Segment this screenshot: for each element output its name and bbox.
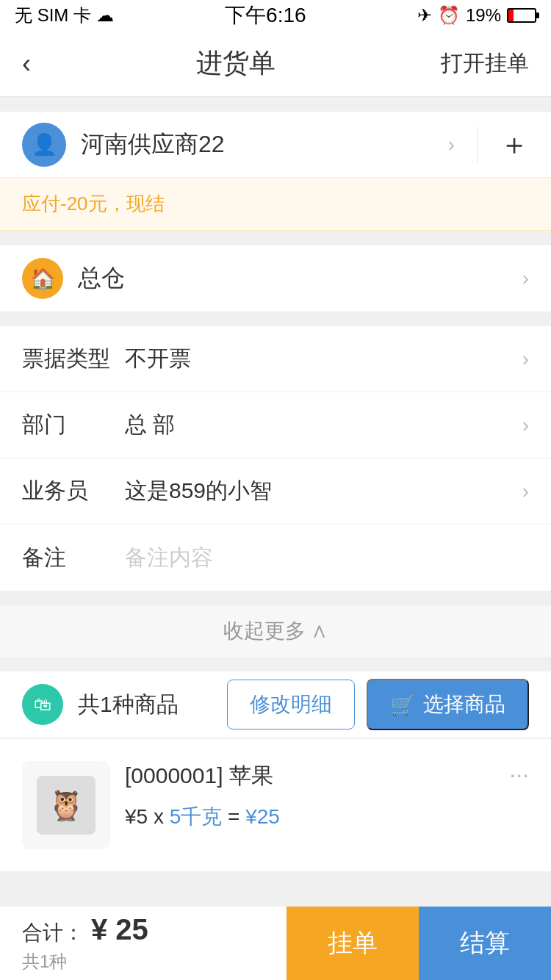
department-arrow-icon: › bbox=[522, 414, 529, 437]
notice-bar: 应付-20元，现结 bbox=[0, 178, 551, 231]
total-amount: ¥ 25 bbox=[91, 913, 148, 946]
collapse-label: 收起更多 ∧ bbox=[223, 617, 328, 645]
remark-row[interactable]: 备注 备注内容 bbox=[0, 525, 551, 591]
item-total: ¥25 bbox=[245, 805, 280, 828]
invoice-type-value: 不开票 bbox=[110, 344, 522, 374]
warehouse-section[interactable]: 🏠 总仓 › bbox=[0, 245, 551, 311]
salesman-row[interactable]: 业务员 这是859的小智 › bbox=[0, 458, 551, 525]
open-pending-button[interactable]: 打开挂单 bbox=[441, 48, 529, 79]
sim-signal: 无 SIM 卡 ☁ bbox=[15, 4, 114, 27]
owl-icon: 🦉 bbox=[48, 788, 84, 823]
form-section: 票据类型 不开票 › 部门 总 部 › 业务员 这是859的小智 › 备注 备注… bbox=[0, 326, 551, 591]
status-time: 下午6:16 bbox=[225, 1, 306, 29]
hang-label: 挂单 bbox=[328, 926, 378, 960]
warehouse-icon: 🏠 bbox=[22, 258, 63, 299]
product-thumbnail: 🦉 bbox=[22, 761, 110, 849]
hang-button[interactable]: 挂单 bbox=[287, 907, 419, 980]
salesman-label: 业务员 bbox=[22, 476, 110, 506]
product-more-button[interactable]: ··· bbox=[509, 761, 529, 788]
supplier-section[interactable]: 👤 河南供应商22 › ＋ bbox=[0, 112, 551, 178]
total-label: 合计： bbox=[22, 919, 84, 947]
warehouse-name: 总仓 bbox=[78, 262, 522, 295]
battery-percent: 19% bbox=[466, 5, 501, 26]
product-count-text: 共1种商品 bbox=[78, 690, 227, 720]
total-row: 合计： ¥ 25 bbox=[22, 913, 264, 947]
remark-input[interactable]: 备注内容 bbox=[110, 543, 529, 573]
select-product-label: 选择商品 bbox=[423, 691, 505, 718]
bottom-bar: 合计： ¥ 25 共1种 挂单 结算 bbox=[0, 907, 551, 980]
total-section: 合计： ¥ 25 共1种 bbox=[0, 907, 287, 980]
invoice-type-label: 票据类型 bbox=[22, 344, 110, 374]
location-icon: ✈ bbox=[417, 5, 432, 26]
checkout-button[interactable]: 结算 bbox=[419, 907, 551, 980]
total-sub: 共1种 bbox=[22, 950, 264, 973]
salesman-value: 这是859的小智 bbox=[110, 476, 522, 506]
divider bbox=[477, 126, 478, 163]
status-right: ✈ ⏰ 19% bbox=[417, 5, 536, 26]
warehouse-symbol: 🏠 bbox=[30, 267, 56, 291]
department-row[interactable]: 部门 总 部 › bbox=[0, 392, 551, 458]
product-header: 🛍 共1种商品 修改明细 🛒 选择商品 bbox=[0, 671, 551, 738]
select-product-button[interactable]: 🛒 选择商品 bbox=[367, 679, 529, 730]
supplier-name: 河南供应商22 bbox=[81, 129, 448, 161]
product-info: [0000001] 苹果 ¥5 x 5千克 = ¥25 bbox=[125, 761, 494, 849]
alarm-icon: ⏰ bbox=[438, 5, 460, 26]
salesman-arrow-icon: › bbox=[522, 480, 529, 503]
product-card: 🦉 [0000001] 苹果 ¥5 x 5千克 = ¥25 ··· bbox=[0, 739, 551, 871]
battery-icon bbox=[507, 8, 536, 23]
product-code: [0000001] bbox=[125, 763, 223, 788]
back-button[interactable]: ‹ bbox=[22, 48, 31, 79]
gap-1 bbox=[0, 97, 551, 112]
status-bar: 无 SIM 卡 ☁ 下午6:16 ✈ ⏰ 19% bbox=[0, 0, 551, 31]
supplier-avatar: 👤 bbox=[22, 123, 66, 167]
department-label: 部门 bbox=[22, 410, 110, 440]
page-title: 进货单 bbox=[196, 46, 276, 82]
modify-detail-button[interactable]: 修改明细 bbox=[227, 680, 355, 729]
multiply-sign: x bbox=[154, 805, 170, 828]
avatar-icon: 👤 bbox=[32, 132, 57, 156]
nav-bar: ‹ 进货单 打开挂单 bbox=[0, 31, 551, 97]
product-count-icon: 🛍 bbox=[22, 684, 63, 725]
invoice-type-row[interactable]: 票据类型 不开票 › bbox=[0, 326, 551, 392]
product-name: [0000001] 苹果 bbox=[125, 761, 494, 791]
product-thumb-inner: 🦉 bbox=[37, 776, 96, 835]
equals-sign: = bbox=[228, 805, 245, 828]
quantity: 5千克 bbox=[170, 805, 223, 828]
add-button[interactable]: ＋ bbox=[500, 124, 529, 165]
department-value: 总 部 bbox=[110, 410, 522, 440]
gap-2 bbox=[0, 231, 551, 245]
invoice-type-arrow-icon: › bbox=[522, 347, 529, 371]
checkout-label: 结算 bbox=[460, 926, 510, 960]
cart-icon: 🛍 bbox=[34, 694, 51, 715]
collapse-row[interactable]: 收起更多 ∧ bbox=[0, 605, 551, 657]
unit-price: ¥5 bbox=[125, 805, 148, 828]
product-title: 苹果 bbox=[229, 763, 273, 788]
supplier-arrow-icon: › bbox=[448, 133, 455, 156]
select-product-icon: 🛒 bbox=[390, 693, 416, 717]
status-left: 无 SIM 卡 ☁ bbox=[15, 4, 114, 27]
product-price: ¥5 x 5千克 = ¥25 bbox=[125, 803, 494, 831]
warehouse-arrow-icon: › bbox=[522, 267, 529, 290]
remark-label: 备注 bbox=[22, 543, 110, 573]
